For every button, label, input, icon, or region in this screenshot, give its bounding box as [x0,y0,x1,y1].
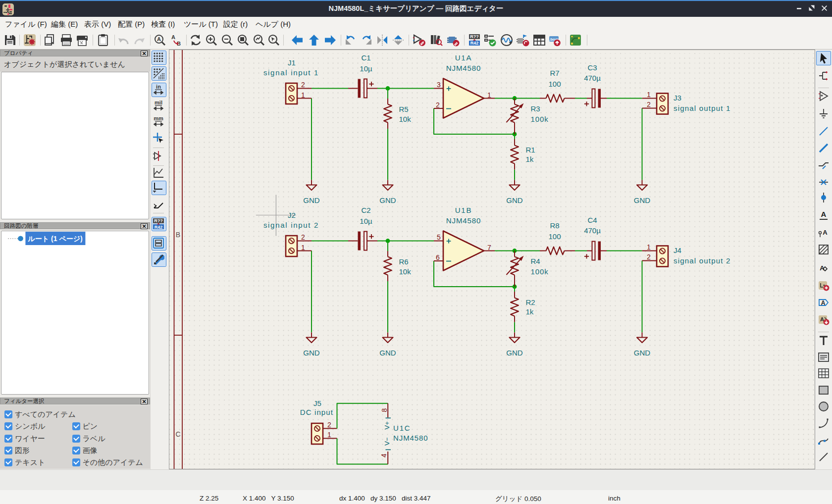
svg-text:470µ: 470µ [584,74,601,82]
svg-text:R??: R?? [470,34,479,39]
svg-text:R4: R4 [531,257,540,265]
svg-text:B: B [176,231,180,239]
svg-text:R6: R6 [399,257,409,266]
svg-text:signal output 2: signal output 2 [674,256,731,265]
svg-text:100: 100 [548,232,561,241]
svg-text:2: 2 [436,101,440,109]
svg-text:1: 1 [487,91,491,99]
svg-text:signal input 1: signal input 1 [263,68,319,77]
svg-text:A: A [821,210,827,218]
svg-text:1: 1 [647,91,651,99]
svg-text:V−: V− [383,437,391,446]
svg-text:J1: J1 [288,58,296,67]
svg-text:R42: R42 [470,41,479,46]
svg-text:10µ: 10µ [360,217,372,225]
svg-text:ルート (1 ページ): ルート (1 ページ) [28,235,83,243]
svg-text:J4: J4 [674,246,681,254]
svg-text:5: 5 [437,233,441,241]
svg-text:A: A [823,229,828,236]
svg-text:100: 100 [548,80,561,88]
svg-text:NJM4580: NJM4580 [446,64,481,72]
svg-text:A: A [821,300,826,306]
svg-text:3: 3 [437,81,441,89]
svg-text:1: 1 [327,431,331,439]
svg-text:R8: R8 [550,221,559,230]
svg-text:signal input 2: signal input 2 [263,221,319,229]
svg-text:2: 2 [327,421,331,429]
svg-text:GND: GND [634,196,651,204]
svg-text:in: in [156,84,161,90]
svg-text:R5: R5 [399,105,409,113]
svg-text:1: 1 [301,91,305,99]
svg-text:C3: C3 [587,63,597,72]
svg-text:J3: J3 [674,94,681,102]
svg-text:mil: mil [155,100,162,105]
svg-text:GND: GND [634,349,651,357]
svg-text:U1B: U1B [455,206,472,214]
svg-text:J2: J2 [288,211,296,219]
svg-text:GND: GND [379,349,396,357]
svg-text:1k: 1k [526,307,534,316]
svg-text:R1: R1 [526,146,535,154]
svg-text:mm: mm [154,115,163,121]
svg-text:10µ: 10µ [360,64,372,73]
svg-text:signal output 1: signal output 1 [674,104,731,112]
svg-text:GND: GND [303,349,320,357]
svg-text:6: 6 [436,253,440,261]
svg-text:A: A [171,34,175,40]
svg-text:4: 4 [380,454,388,457]
svg-text:R42: R42 [155,225,163,230]
svg-text:NJM4580: NJM4580 [446,216,481,225]
svg-text:R??: R?? [154,218,163,223]
svg-text:C1: C1 [361,53,370,62]
svg-text:470µ: 470µ [584,226,601,235]
svg-text:2: 2 [647,101,651,108]
svg-text:GND: GND [379,196,396,204]
svg-text:10k: 10k [399,267,412,276]
svg-text:7: 7 [487,244,491,252]
svg-text:1: 1 [647,243,651,251]
svg-text:V+: V+ [383,421,391,430]
svg-text:C: C [175,430,180,438]
svg-text:2: 2 [647,253,651,261]
svg-text:R7: R7 [550,69,559,77]
svg-text:U1A: U1A [455,53,472,62]
svg-text:2: 2 [301,233,305,241]
svg-text:GND: GND [303,196,320,204]
svg-text:1k: 1k [526,155,534,163]
svg-text:100k: 100k [531,115,549,123]
svg-text:U1C: U1C [393,424,411,432]
svg-text:10k: 10k [399,115,412,123]
svg-text:2: 2 [301,81,305,89]
svg-text:8: 8 [380,408,388,412]
svg-text:1: 1 [301,244,305,252]
svg-text:J5: J5 [313,399,321,407]
svg-text:GND: GND [506,196,523,204]
svg-text:GND: GND [506,349,523,357]
svg-text:NJM4580: NJM4580 [393,434,428,442]
svg-text:100k: 100k [531,267,549,276]
svg-text:R3: R3 [531,104,540,113]
svg-text:C4: C4 [587,216,597,224]
svg-text:C2: C2 [361,206,370,214]
svg-text:A: A [157,36,161,42]
svg-text:R2: R2 [526,298,535,306]
svg-text:DC input: DC input [300,408,333,416]
